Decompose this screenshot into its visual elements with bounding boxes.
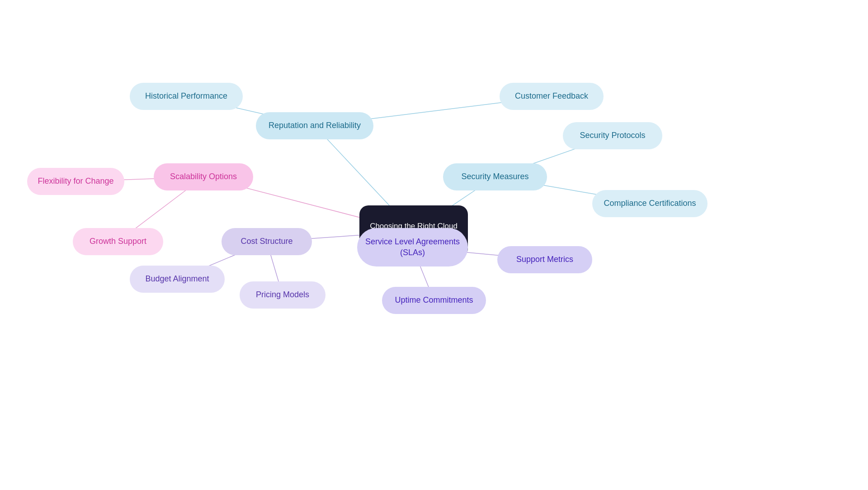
uptime-node[interactable]: Uptime Commitments — [382, 287, 486, 314]
security-measures-node[interactable]: Security Measures — [443, 163, 547, 190]
budget-node[interactable]: Budget Alignment — [130, 266, 225, 293]
reputation-label: Reputation and Reliability — [265, 120, 364, 131]
security-measures-label: Security Measures — [458, 171, 532, 182]
cost-label: Cost Structure — [237, 236, 296, 247]
customer-feedback-node[interactable]: Customer Feedback — [500, 83, 604, 110]
compliance-node[interactable]: Compliance Certifications — [592, 190, 708, 217]
pricing-node[interactable]: Pricing Models — [240, 281, 326, 309]
pricing-label: Pricing Models — [252, 290, 313, 300]
historical-node[interactable]: Historical Performance — [130, 83, 243, 110]
reputation-node[interactable]: Reputation and Reliability — [256, 112, 373, 139]
growth-label: Growth Support — [86, 236, 150, 247]
compliance-label: Compliance Certifications — [600, 198, 699, 209]
uptime-label: Uptime Commitments — [391, 295, 476, 305]
support-metrics-node[interactable]: Support Metrics — [497, 246, 592, 273]
support-metrics-label: Support Metrics — [513, 254, 577, 265]
growth-node[interactable]: Growth Support — [73, 228, 163, 255]
scalability-node[interactable]: Scalability Options — [154, 163, 253, 190]
sla-label: Service Level Agreements (SLAs) — [362, 237, 463, 258]
security-protocols-node[interactable]: Security Protocols — [563, 122, 662, 149]
historical-label: Historical Performance — [142, 91, 231, 101]
scalability-label: Scalability Options — [166, 171, 241, 182]
flexibility-node[interactable]: Flexibility for Change — [27, 168, 124, 195]
sla-node[interactable]: Service Level Agreements (SLAs) — [357, 228, 468, 266]
security-protocols-label: Security Protocols — [576, 130, 649, 141]
customer-feedback-label: Customer Feedback — [511, 91, 592, 101]
cost-structure-node[interactable]: Cost Structure — [222, 228, 312, 255]
budget-label: Budget Alignment — [142, 274, 212, 284]
flexibility-label: Flexibility for Change — [34, 176, 117, 186]
